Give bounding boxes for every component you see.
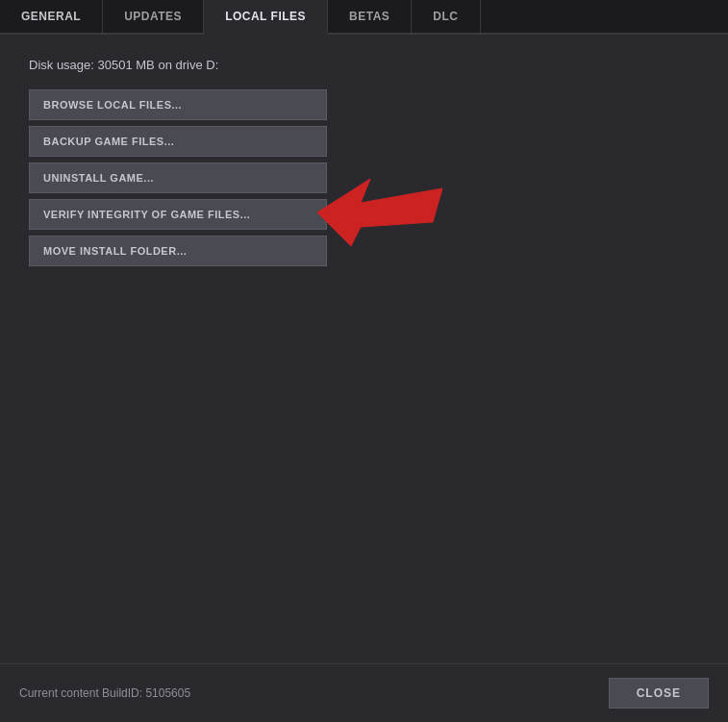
tab-bar: GENERAL UPDATES LOCAL FILES BETAS DLC	[0, 0, 728, 35]
steam-properties-dialog: GENERAL UPDATES LOCAL FILES BETAS DLC Di…	[0, 0, 728, 722]
svg-marker-0	[317, 179, 442, 246]
arrow-annotation	[317, 174, 442, 251]
main-content: Disk usage: 30501 MB on drive D: BROWSE …	[0, 35, 728, 663]
build-id-label: Current content BuildID: 5105605	[19, 686, 190, 700]
tab-betas[interactable]: BETAS	[328, 0, 412, 33]
tab-local-files[interactable]: LOCAL FILES	[204, 0, 328, 35]
tab-general[interactable]: GENERAL	[0, 0, 103, 33]
footer: Current content BuildID: 5105605 CLOSE	[0, 663, 728, 722]
disk-usage-label: Disk usage: 30501 MB on drive D:	[29, 58, 699, 72]
tab-updates[interactable]: UPDATES	[103, 0, 204, 33]
uninstall-game-button[interactable]: UNINSTALL GAME...	[29, 162, 327, 193]
backup-game-files-button[interactable]: BACKUP GAME FILES...	[29, 126, 327, 157]
close-button[interactable]: CLOSE	[609, 678, 709, 709]
browse-local-files-button[interactable]: BROWSE LOCAL FILES...	[29, 89, 327, 120]
move-install-folder-button[interactable]: MOVE INSTALL FOLDER...	[29, 236, 327, 266]
tab-dlc[interactable]: DLC	[412, 0, 480, 33]
verify-integrity-button[interactable]: VERIFY INTEGRITY OF GAME FILES...	[29, 199, 327, 230]
action-buttons-area: BROWSE LOCAL FILES... BACKUP GAME FILES.…	[29, 89, 699, 266]
